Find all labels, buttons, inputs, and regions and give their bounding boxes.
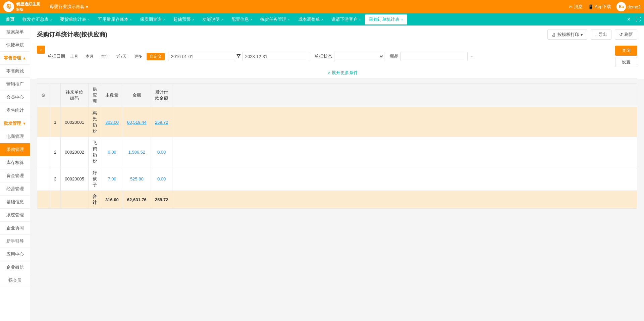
cell-qty-2[interactable]: 6.00 <box>101 137 123 167</box>
product-label: 商品 <box>390 53 398 59</box>
cell-paid-3[interactable]: 0.00 <box>151 167 172 191</box>
tab-picking[interactable]: 拣货任务管理 × <box>256 14 294 24</box>
sidebar-item-enterprise-collab[interactable]: 企业协同 <box>0 222 30 235</box>
footer-amount: 62,631.76 <box>123 191 151 209</box>
sidebar-item-ecommerce[interactable]: 电商管理 <box>0 130 30 143</box>
top-bar-left: 母 畅捷通好生意 标版 母婴行业演示账套 ▾ <box>3 1 88 12</box>
sidebar-item-quick-nav[interactable]: 快捷导航 <box>0 39 30 52</box>
cell-paid-1[interactable]: 259.72 <box>151 107 172 137</box>
sidebar-item-retail-stat[interactable]: 零售统计 <box>0 104 30 117</box>
tab-purchase-stat[interactable]: 要货单统计表 × <box>56 14 94 24</box>
sidebar-item-new-guide[interactable]: 新手引导 <box>0 235 30 248</box>
workspace-label: 母婴行业演示账套 <box>50 4 85 10</box>
tab-collect-pay[interactable]: 收发存汇总表 × <box>18 14 56 24</box>
sidebar-item-system[interactable]: 系统管理 <box>0 209 30 222</box>
sidebar-item-retail-store[interactable]: 零售商城 <box>0 65 30 78</box>
close-tab-config[interactable]: × <box>250 17 252 21</box>
date-from-input[interactable] <box>168 52 235 61</box>
close-tab-collect-pay[interactable]: × <box>50 17 52 21</box>
sidebar-item-purchase[interactable]: 采购管理 <box>0 143 30 156</box>
product-filter: 商品 ··· <box>390 52 474 61</box>
sidebar-item-operations[interactable]: 经营管理 <box>0 182 30 196</box>
cell-check-1 <box>37 107 50 137</box>
close-all-tabs-button[interactable]: × <box>626 16 632 22</box>
close-tab-purchase-stat[interactable]: × <box>88 17 90 21</box>
last-7-days-btn[interactable]: 近7天 <box>113 53 130 60</box>
more-date-btn[interactable]: 更多 <box>131 53 145 60</box>
print-dropdown-icon: ▾ <box>581 32 583 37</box>
close-tab-shelf-life[interactable]: × <box>163 17 165 21</box>
nav-tabs-right: × ⛶ <box>626 16 642 22</box>
table-header-row: ⚙ 往来单位编码 供应商 主数量 金额 累计付款金额 <box>37 84 637 107</box>
expand-conditions-button[interactable]: ∨ 展开更多条件 <box>327 70 358 75</box>
cell-qty-3[interactable]: 7.00 <box>101 167 123 191</box>
close-tab-overstock[interactable]: × <box>192 17 194 21</box>
tab-overstock[interactable]: 超储预警 × <box>169 14 198 24</box>
content-area: 采购订单统计表(按供应商) 🖨 按模板打印 ▾ ↓ 导出 ↺ 刷新 <box>30 25 644 321</box>
last-month-btn[interactable]: 上月 <box>67 53 81 60</box>
sidebar-item-enterprise-wechat[interactable]: 企业微信 <box>0 261 30 274</box>
app-download-button[interactable]: 📱 App下载 <box>588 4 611 10</box>
sidebar-item-inventory-check[interactable]: 库存核算 <box>0 156 30 169</box>
status-select[interactable] <box>334 52 384 61</box>
logo-text: 畅捷通好生意 标版 <box>16 1 40 12</box>
cell-amount-3[interactable]: 525.80 <box>123 167 151 191</box>
sidebar-item-membership[interactable]: 会员中心 <box>0 91 30 104</box>
footer-cell-no <box>50 191 61 209</box>
refresh-button[interactable]: ↺ 刷新 <box>615 30 637 40</box>
sidebar-item-member[interactable]: 畅会员 <box>0 274 30 287</box>
message-button[interactable]: ✉ 消息 <box>569 4 583 10</box>
product-input[interactable] <box>400 52 468 61</box>
sidebar-item-basic-info[interactable]: 基础信息 <box>0 196 30 209</box>
printer-icon: 🖨 <box>552 32 556 37</box>
product-more-icon[interactable]: ··· <box>470 54 474 59</box>
this-year-btn[interactable]: 本年 <box>98 53 112 60</box>
expand-down-icon: ∨ <box>327 70 331 75</box>
sidebar-item-wholesale[interactable]: 批发管理 ▼ <box>0 117 30 130</box>
close-tab-picking[interactable]: × <box>288 17 290 21</box>
cell-paid-2[interactable]: 0.00 <box>151 137 172 167</box>
workspace-arrow-icon: ▾ <box>86 4 88 9</box>
close-tab-functions[interactable]: × <box>221 17 223 21</box>
cell-amount-1[interactable]: 60,519.44 <box>123 107 151 137</box>
table-area: ⚙ 往来单位编码 供应商 主数量 金额 累计付款金额 1 <box>30 79 644 321</box>
footer-extra <box>172 191 637 209</box>
footer-paid: 259.72 <box>151 191 172 209</box>
tab-purchase-order-stat[interactable]: 采购订单统计表 × <box>365 14 407 24</box>
date-to-input[interactable] <box>242 52 309 61</box>
sidebar-item-app-center[interactable]: 应用中心 <box>0 248 30 261</box>
top-bar: 母 畅捷通好生意 标版 母婴行业演示账套 ▾ ✉ 消息 📱 App下载 Ea d… <box>0 0 644 13</box>
table-row: 3 00020005 好孩子 7.00 525.80 0.00 <box>37 167 637 191</box>
cell-amount-2[interactable]: 1,586.52 <box>123 137 151 167</box>
user-profile[interactable]: Ea demo2 <box>616 2 641 11</box>
tab-inventory[interactable]: 可用量库存账本 × <box>94 14 136 24</box>
sidebar-item-finance[interactable]: 资金管理 <box>0 169 30 182</box>
tab-config[interactable]: 配置信息 × <box>227 14 256 24</box>
sidebar-item-retail-mgmt[interactable]: 零售管理 ▲ <box>0 52 30 65</box>
tab-cost-adjust[interactable]: 成本调整单 × <box>294 14 327 24</box>
export-button[interactable]: ↓ 导出 <box>591 30 612 40</box>
workspace-selector[interactable]: 母婴行业演示账套 ▾ <box>50 4 88 10</box>
query-button[interactable]: 查询 <box>615 46 637 56</box>
tab-home[interactable]: 首页 <box>2 14 18 24</box>
close-tab-cost-adjust[interactable]: × <box>321 17 323 21</box>
custom-date-btn[interactable]: 自定义 <box>147 53 165 60</box>
toggle-filter-button[interactable]: › <box>37 46 45 54</box>
tab-functions[interactable]: 功能说明 × <box>198 14 227 24</box>
close-tab-purchase-order-stat[interactable]: × <box>401 17 403 21</box>
cell-no-3: 3 <box>50 167 61 191</box>
cell-extra-2 <box>172 137 637 167</box>
fullscreen-button[interactable]: ⛶ <box>634 16 642 22</box>
print-button[interactable]: 🖨 按模板打印 ▾ <box>547 30 587 40</box>
close-tab-invite[interactable]: × <box>359 17 361 21</box>
cell-qty-1[interactable]: 303.00 <box>101 107 123 137</box>
settings-button[interactable]: 设置 <box>615 57 637 67</box>
sidebar-item-search[interactable]: 搜索菜单 <box>0 25 30 39</box>
tab-shelf-life[interactable]: 保质期查询 × <box>136 14 169 24</box>
cell-extra-1 <box>172 107 637 137</box>
sidebar-item-marketing[interactable]: 营销推广 <box>0 78 30 91</box>
gear-icon[interactable]: ⚙ <box>41 93 46 98</box>
close-tab-inventory[interactable]: × <box>130 17 132 21</box>
this-month-btn[interactable]: 本月 <box>83 53 97 60</box>
tab-invite[interactable]: 邀请下游客户 × <box>327 14 365 24</box>
